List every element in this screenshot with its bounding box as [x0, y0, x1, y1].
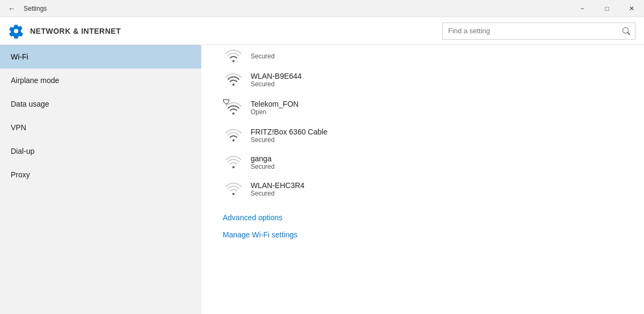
network-info-wlan-ehc3r4: WLAN-EHC3R4 Secured [251, 181, 304, 197]
search-box[interactable] [442, 23, 635, 40]
window-title: Settings [24, 5, 47, 12]
network-status-ganga: Secured [251, 163, 275, 170]
network-name-fritzbox: FRITZ!Box 6360 Cable [251, 128, 327, 136]
title-bar: ← Settings − □ ✕ [0, 0, 644, 17]
network-item-telekom-fon[interactable]: 🛡 Telekom_FON Open [223, 93, 623, 122]
search-input[interactable] [443, 27, 618, 35]
network-name-wlan-b9e644: WLAN-B9E644 [251, 72, 302, 80]
sidebar: Wi-Fi Airplane mode Data usage VPN Dial-… [0, 45, 201, 314]
network-list: Secured WLAN-B9E644 Secured [201, 45, 644, 203]
network-status-fritzbox: Secured [251, 136, 327, 144]
network-info-wlan-b9e644: WLAN-B9E644 Secured [251, 72, 302, 88]
back-button[interactable]: ← [4, 1, 19, 16]
network-item-ganga[interactable]: ganga Secured [223, 149, 623, 176]
network-status-telekom-fon: Open [251, 108, 298, 116]
network-info-fritzbox: FRITZ!Box 6360 Cable Secured [251, 128, 327, 144]
close-button[interactable]: ✕ [619, 0, 644, 17]
header-title: NETWORK & INTERNET [30, 27, 121, 35]
sidebar-item-dialup[interactable]: Dial-up [0, 139, 201, 163]
sidebar-item-proxy[interactable]: Proxy [0, 163, 201, 186]
sidebar-item-wifi[interactable]: Wi-Fi [0, 45, 201, 69]
manage-wifi-link[interactable]: Manage Wi-Fi settings [201, 226, 644, 243]
network-info-partial: Secured [251, 53, 275, 60]
gear-icon [9, 24, 24, 39]
network-item-wlan-ehc3r4[interactable]: WLAN-EHC3R4 Secured [223, 176, 623, 203]
sidebar-item-airplane[interactable]: Airplane mode [0, 69, 201, 92]
network-item-wlan-b9e644[interactable]: WLAN-B9E644 Secured [223, 66, 623, 93]
network-name-telekom-fon: Telekom_FON [251, 100, 298, 108]
maximize-button[interactable]: □ [595, 0, 619, 17]
app-header: NETWORK & INTERNET [0, 17, 644, 45]
wifi-icon-ganga [223, 154, 244, 170]
partial-status: Secured [251, 53, 275, 60]
main-layout: Wi-Fi Airplane mode Data usage VPN Dial-… [0, 45, 644, 314]
wifi-icon-fritzbox [223, 128, 244, 144]
network-name-wlan-ehc3r4: WLAN-EHC3R4 [251, 181, 304, 190]
advanced-options-link[interactable]: Advanced options [201, 209, 644, 226]
window-controls: − □ ✕ [570, 0, 644, 17]
network-name-ganga: ganga [251, 154, 275, 163]
title-bar-left: ← Settings [4, 1, 47, 16]
search-icon[interactable] [618, 23, 635, 40]
shield-warning-icon: 🛡 [223, 98, 230, 106]
links-section: Advanced options Manage Wi-Fi settings [201, 209, 644, 243]
sidebar-item-data-usage[interactable]: Data usage [0, 92, 201, 116]
network-info-ganga: ganga Secured [251, 154, 275, 170]
network-status-wlan-ehc3r4: Secured [251, 190, 304, 197]
network-info-telekom-fon: Telekom_FON Open [251, 100, 298, 116]
wifi-icon-partial [223, 48, 244, 64]
wifi-icon-wlan-ehc3r4 [223, 181, 244, 197]
header-left: NETWORK & INTERNET [9, 24, 121, 39]
network-status-wlan-b9e644: Secured [251, 80, 302, 88]
wifi-icon-telekom-fon: 🛡 [223, 99, 244, 117]
sidebar-item-vpn[interactable]: VPN [0, 116, 201, 139]
minimize-button[interactable]: − [570, 0, 595, 17]
content-area: Secured WLAN-B9E644 Secured [201, 45, 644, 314]
wifi-icon-wlan-b9e644 [223, 72, 244, 88]
network-item-partial[interactable]: Secured [223, 45, 623, 66]
network-item-fritzbox[interactable]: FRITZ!Box 6360 Cable Secured [223, 122, 623, 149]
